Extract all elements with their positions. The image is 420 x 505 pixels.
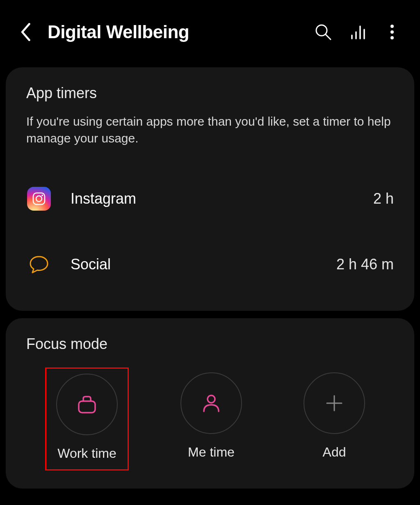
- svg-point-11: [41, 195, 43, 196]
- app-name-label: Instagram: [71, 190, 354, 207]
- app-time-value: 2 h 46 m: [336, 256, 394, 273]
- back-button[interactable]: [16, 22, 36, 42]
- focus-mode-label: Work time: [57, 446, 116, 461]
- briefcase-icon: [75, 392, 99, 417]
- focus-mode-circle: [180, 372, 242, 434]
- app-timer-row[interactable]: Social 2 h 46 m: [26, 241, 394, 288]
- svg-rect-12: [79, 401, 95, 413]
- focus-mode-add[interactable]: Add: [294, 367, 375, 471]
- svg-point-8: [390, 36, 394, 39]
- app-name-label: Social: [71, 256, 317, 273]
- instagram-icon: [26, 186, 52, 211]
- focus-mode-me-time[interactable]: Me time: [171, 367, 252, 471]
- focus-mode-work-time[interactable]: Work time: [45, 367, 129, 471]
- person-icon: [199, 391, 224, 415]
- chevron-left-icon: [20, 23, 32, 41]
- search-button[interactable]: [312, 21, 335, 44]
- app-header: Digital Wellbeing: [0, 0, 420, 60]
- app-timers-title: App timers: [26, 85, 394, 102]
- page-title: Digital Wellbeing: [48, 22, 300, 42]
- focus-mode-card: Focus mode Work time Me time: [6, 318, 414, 489]
- app-timers-description: If you're using certain apps more than y…: [26, 113, 394, 147]
- focus-mode-label: Me time: [188, 445, 235, 460]
- svg-rect-9: [33, 193, 45, 204]
- svg-point-10: [36, 196, 42, 202]
- chat-icon: [26, 252, 52, 277]
- focus-mode-label: Add: [323, 445, 346, 460]
- focus-mode-options: Work time Me time Add: [26, 367, 394, 471]
- focus-mode-circle: [304, 372, 365, 434]
- app-timers-card: App timers If you're using certain apps …: [6, 67, 414, 311]
- plus-icon: [322, 391, 347, 415]
- focus-mode-circle: [56, 374, 118, 435]
- app-timer-row[interactable]: Instagram 2 h: [26, 175, 394, 222]
- svg-point-6: [390, 25, 394, 28]
- stats-button[interactable]: [346, 21, 369, 44]
- focus-mode-title: Focus mode: [26, 335, 394, 353]
- svg-point-7: [390, 30, 394, 34]
- svg-line-1: [326, 34, 331, 39]
- app-time-value: 2 h: [373, 190, 394, 207]
- svg-point-13: [208, 395, 215, 403]
- search-icon: [314, 23, 332, 41]
- more-vertical-icon: [390, 23, 395, 41]
- bar-chart-icon: [349, 23, 367, 41]
- more-button[interactable]: [381, 21, 404, 44]
